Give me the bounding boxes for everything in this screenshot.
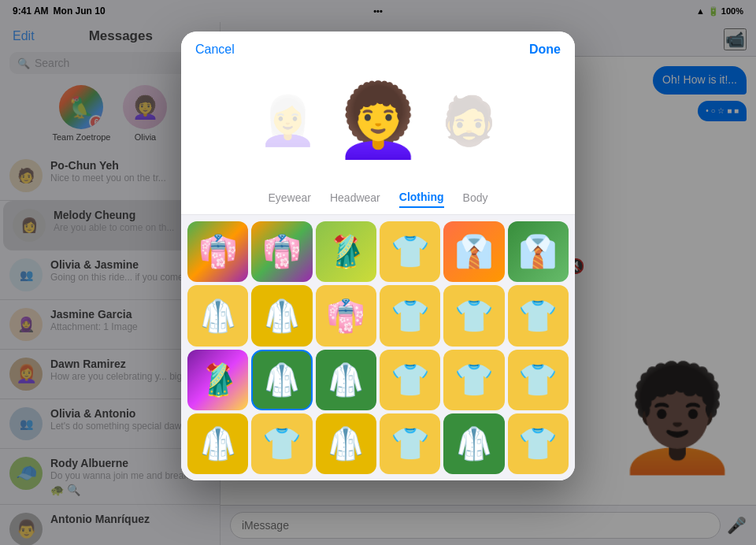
clothing-body-icon: 👘 (187, 221, 248, 282)
tab-clothing[interactable]: Clothing (399, 187, 444, 208)
clothing-item[interactable]: 🥼 (251, 285, 312, 346)
clothing-item[interactable]: 🥻 (316, 221, 376, 282)
clothing-item[interactable]: 🥼 (187, 413, 248, 474)
clothing-body-icon: 👕 (443, 285, 504, 346)
clothing-item[interactable]: 🥼 (187, 285, 248, 346)
modal-header: Cancel Done (181, 32, 575, 63)
clothing-item[interactable]: 👕 (380, 413, 440, 474)
memoji-preview-right: 🧔 (433, 77, 504, 164)
clothing-item[interactable]: 🥻 (187, 350, 248, 410)
clothing-body-icon: 👕 (251, 413, 312, 474)
memoji-editor-modal: Cancel Done 👩‍🦳 👩‍🦱 🧔 Eyewear Headwear C… (181, 32, 575, 480)
done-button[interactable]: Done (529, 43, 561, 57)
clothing-item[interactable]: 👔 (508, 221, 569, 282)
clothing-item[interactable]: 👔 (443, 221, 504, 282)
cancel-button[interactable]: Cancel (195, 43, 235, 57)
clothing-item[interactable]: 👕 (380, 285, 440, 346)
clothing-body-icon: 👔 (508, 221, 569, 282)
clothing-body-icon: 🥻 (187, 350, 248, 410)
clothing-item[interactable]: 👕 (508, 350, 569, 410)
clothing-item[interactable]: 👕 (443, 285, 504, 346)
clothing-body-icon: 👕 (380, 350, 440, 410)
clothing-body-icon: 👔 (443, 221, 504, 282)
clothing-body-icon: 🥼 (187, 413, 248, 474)
memoji-preview-left: 👩‍🦳 (252, 77, 323, 164)
clothing-body-icon: 👕 (508, 413, 569, 474)
clothing-grid: 👘 👘 🥻 👕 👔 👔 🥼 🥼 (181, 215, 575, 480)
tab-body[interactable]: Body (463, 187, 488, 208)
clothing-item[interactable]: 👕 (508, 285, 569, 346)
clothing-item[interactable]: 👘 (251, 221, 312, 282)
memoji-preview-row: 👩‍🦳 👩‍🦱 🧔 (181, 63, 575, 181)
clothing-body-icon: 🥼 (187, 285, 248, 346)
clothing-body-icon: 🥼 (316, 413, 376, 474)
clothing-item[interactable]: 🥼 (443, 413, 504, 474)
clothing-body-icon: 👕 (380, 221, 440, 282)
clothing-item[interactable]: 👕 (380, 221, 440, 282)
clothing-item[interactable]: 👕 (443, 350, 504, 410)
clothing-body-icon: 👕 (508, 285, 569, 346)
clothing-body-icon: 🥻 (316, 221, 376, 282)
clothing-body-icon: 👕 (443, 350, 504, 410)
clothing-item[interactable]: 🥼 (316, 350, 376, 410)
tab-eyewear[interactable]: Eyewear (269, 187, 311, 208)
clothing-body-icon: 👘 (316, 285, 376, 346)
clothing-item[interactable]: 👕 (251, 413, 312, 474)
clothing-item[interactable]: 👘 (187, 221, 248, 282)
clothing-body-icon: 🥼 (251, 285, 312, 346)
clothing-item[interactable]: 👕 (380, 350, 440, 410)
clothing-body-icon: 🥼 (253, 351, 310, 409)
clothing-body-icon: 👕 (380, 285, 440, 346)
clothing-body-icon: 👕 (508, 350, 569, 410)
clothing-body-icon: 🥼 (316, 350, 376, 410)
tab-headwear[interactable]: Headwear (330, 187, 380, 208)
clothing-item[interactable]: 👘 (316, 285, 376, 346)
memoji-preview-center: 👩‍🦱 (331, 69, 425, 172)
clothing-body-icon: 👘 (251, 221, 312, 282)
category-tabs: Eyewear Headwear Clothing Body (181, 181, 575, 215)
clothing-body-icon: 🥼 (443, 413, 504, 474)
clothing-item[interactable]: 🥼 (316, 413, 376, 474)
clothing-body-icon: 👕 (380, 413, 440, 474)
clothing-item[interactable]: 👕 (508, 413, 569, 474)
clothing-item-selected[interactable]: 🥼 (251, 350, 312, 410)
